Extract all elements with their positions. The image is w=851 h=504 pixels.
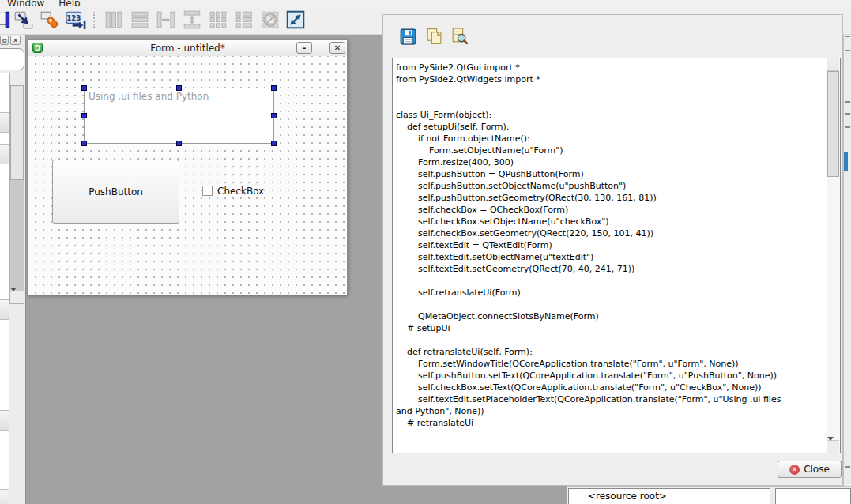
code-line: self.textEdit.setPlaceholderText(QCoreAp… — [396, 393, 826, 405]
code-line: self.pushButton.setText(QCoreApplication… — [396, 370, 826, 382]
tree-branch-mark — [845, 50, 850, 51]
edit-widgets-icon[interactable] — [0, 9, 13, 30]
menu-window[interactable]: Window — [0, 0, 51, 6]
widget-category[interactable] — [0, 299, 9, 320]
code-line: self.pushButton.setGeometry(QRect(30, 13… — [396, 192, 826, 204]
scrollbar-thumb[interactable] — [827, 71, 839, 177]
code-line: self.textEdit.setGeometry(QRect(70, 40, … — [396, 263, 826, 275]
selection-handle-e[interactable] — [271, 113, 277, 118]
tree-branch-mark — [845, 126, 850, 128]
code-line: def setupUi(self, Form): — [396, 121, 826, 133]
code-line: from PySide2.QtGui import * — [396, 62, 826, 73]
code-line: Form.setObjectName(u"Form") — [396, 145, 826, 156]
form-canvas[interactable]: Using .ui files and Python PushButton Ch… — [28, 56, 347, 295]
selection-handle-se[interactable] — [271, 141, 277, 146]
scroll-down-icon[interactable] — [10, 291, 24, 303]
edit-tab-order-icon[interactable]: 123 — [66, 9, 86, 30]
selection-handle-ne[interactable] — [271, 85, 277, 91]
form-window[interactable]: D Form - untitled* - ✕ Using .ui files a… — [28, 39, 348, 295]
form-window-title: Form - untitled* — [150, 43, 224, 54]
code-preview-dialog: from PySide2.QtGui import *from PySide2.… — [382, 14, 843, 486]
widget-category[interactable] — [0, 489, 9, 504]
tree-branch-mark — [845, 466, 850, 468]
code-line: self.checkBox.setText(QCoreApplication.t… — [396, 382, 826, 393]
textedit-widget[interactable]: Using .ui files and Python — [84, 88, 274, 144]
code-line: from PySide2.QtWidgets import * — [396, 73, 826, 85]
adjust-size-icon[interactable] — [285, 9, 306, 30]
resource-tree[interactable]: <resource root> — [568, 488, 770, 504]
layout-horizontal-splitter-icon[interactable] — [156, 9, 176, 30]
code-line: self.retranslateUi(Form) — [396, 287, 826, 299]
code-line: self.pushButton.setObjectName(u"pushButt… — [396, 180, 826, 192]
selection-handle-n[interactable] — [176, 85, 182, 91]
layout-grid-icon[interactable] — [208, 9, 228, 30]
right-dock-sliver — [843, 35, 851, 486]
scroll-up-icon[interactable] — [827, 58, 839, 71]
scroll-down-icon[interactable] — [827, 440, 839, 453]
code-line: self.pushButton = QPushButton(Form) — [396, 168, 826, 180]
menu-help[interactable]: Help — [51, 0, 87, 6]
form-window-titlebar[interactable]: D Form - untitled* - ✕ — [28, 40, 347, 57]
widget-filter-input[interactable] — [0, 48, 24, 70]
edit-buddies-icon[interactable] — [40, 9, 60, 30]
svg-text:123: 123 — [66, 14, 81, 22]
layout-vertical-splitter-icon[interactable] — [182, 9, 202, 30]
break-layout-icon[interactable] — [260, 9, 281, 30]
code-line: and Python", None)) — [396, 405, 826, 417]
scrollbar-thumb[interactable] — [10, 85, 24, 180]
widget-box-panel: ⧉ ✕ — [0, 35, 26, 504]
selection-handle-nw[interactable] — [81, 85, 87, 91]
checkbox-label: CheckBox — [217, 186, 264, 197]
pushbutton-widget[interactable]: PushButton — [52, 160, 179, 224]
panel-close-icon[interactable]: ✕ — [10, 36, 21, 45]
selected-row-edge[interactable] — [844, 152, 848, 171]
code-line: # setupUi — [396, 322, 826, 334]
find-icon[interactable] — [450, 27, 469, 47]
close-icon: ✕ — [789, 465, 800, 475]
widget-category[interactable] — [0, 144, 9, 164]
textedit-placeholder: Using .ui files and Python — [85, 88, 273, 104]
designer-form-icon: D — [32, 43, 43, 53]
code-line: if not Form.objectName(): — [396, 133, 826, 145]
panel-float-icon[interactable]: ⧉ — [0, 36, 9, 45]
layout-vertically-icon[interactable] — [130, 9, 150, 30]
code-line: self.textEdit.setObjectName(u"textEdit") — [396, 251, 826, 263]
layout-form-icon[interactable] — [234, 9, 254, 30]
code-line — [396, 85, 826, 97]
edit-signals-slots-icon[interactable] — [13, 9, 34, 30]
code-line — [396, 334, 826, 346]
code-line: Form.resize(400, 300) — [396, 156, 826, 168]
minimize-button[interactable]: - — [296, 42, 312, 54]
widget-box-list — [0, 73, 9, 504]
checkbox-widget[interactable]: CheckBox — [202, 175, 282, 207]
selection-handle-s[interactable] — [176, 141, 182, 146]
code-text: from PySide2.QtGui import *from PySide2.… — [393, 58, 827, 453]
save-icon[interactable] — [398, 27, 418, 47]
code-line: self.textEdit = QTextEdit(Form) — [396, 239, 826, 251]
layout-horizontally-icon[interactable] — [104, 9, 124, 30]
code-line: Form.setWindowTitle(QCoreApplication.tra… — [396, 358, 826, 370]
selection-handle-w[interactable] — [81, 113, 87, 118]
code-line: self.checkBox = QCheckBox(Form) — [396, 204, 826, 216]
close-window-button[interactable]: ✕ — [329, 42, 345, 54]
scroll-up-icon[interactable] — [10, 73, 24, 86]
close-button-label: Close — [804, 464, 830, 475]
code-scrollbar[interactable] — [827, 58, 840, 453]
code-line: def retranslateUi(self, Form): — [396, 346, 826, 358]
code-line: class Ui_Form(object): — [396, 109, 826, 121]
widget-category[interactable] — [0, 410, 9, 431]
widget-category[interactable] — [0, 112, 9, 133]
close-button[interactable]: ✕ Close — [778, 461, 842, 478]
selection-handle-sw[interactable] — [81, 141, 87, 146]
code-line: # retranslateUi — [396, 417, 826, 429]
code-line — [396, 97, 826, 109]
tree-branch-mark — [845, 36, 850, 37]
checkbox-indicator[interactable] — [202, 186, 213, 196]
code-view[interactable]: from PySide2.QtGui import *from PySide2.… — [392, 58, 841, 453]
resource-root-item[interactable]: <resource root> — [569, 489, 770, 502]
tree-branch-mark — [845, 101, 850, 103]
resource-detail-box[interactable] — [775, 488, 851, 504]
code-line: self.checkBox.setGeometry(QRect(220, 150… — [396, 228, 826, 239]
widget-box-scrollbar[interactable] — [9, 73, 24, 304]
copy-icon[interactable] — [424, 27, 444, 47]
